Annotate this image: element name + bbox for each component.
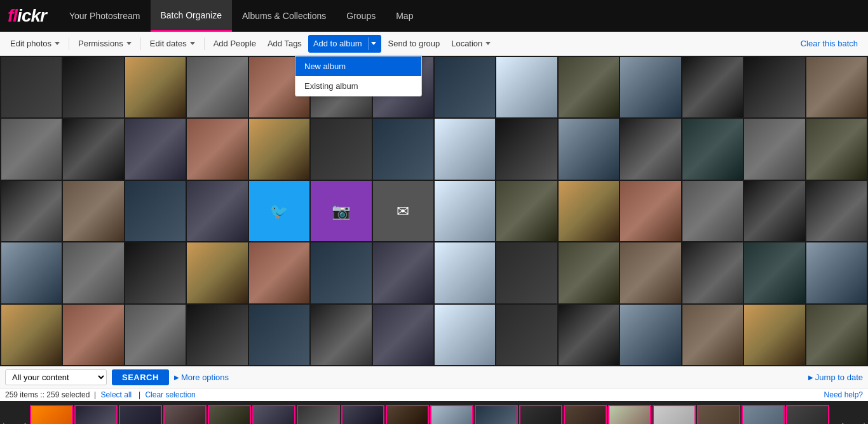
filmstrip-item[interactable] — [564, 405, 607, 424]
photo-cell[interactable] — [744, 57, 804, 117]
filmstrip-item[interactable] — [608, 405, 651, 424]
more-options-link[interactable]: ▶ More options — [174, 373, 229, 382]
photo-cell[interactable] — [373, 242, 433, 303]
photo-cell[interactable] — [373, 119, 433, 179]
location-button[interactable]: Location — [446, 36, 496, 51]
photo-cell[interactable] — [63, 305, 123, 365]
photo-cell[interactable] — [682, 181, 743, 241]
filmstrip-item[interactable] — [742, 405, 785, 424]
nav-map[interactable]: Map — [386, 0, 423, 32]
photo-cell[interactable] — [373, 305, 433, 365]
photo-cell[interactable] — [187, 57, 247, 117]
photo-cell[interactable] — [620, 305, 681, 365]
photo-cell[interactable]: 🐦 — [249, 181, 309, 241]
photo-cell[interactable] — [496, 181, 557, 241]
photo-cell[interactable] — [559, 119, 619, 179]
photo-cell[interactable] — [63, 57, 123, 117]
need-help-link[interactable]: Need help? — [824, 390, 863, 399]
photo-cell[interactable] — [806, 181, 867, 241]
filmstrip-prev-button[interactable]: ◀ — [13, 420, 30, 424]
photo-cell[interactable] — [187, 119, 247, 179]
add-to-album-button[interactable]: Add to album — [308, 35, 382, 53]
clear-batch-link[interactable]: Clear this batch — [796, 36, 863, 51]
photo-cell[interactable] — [435, 57, 495, 117]
photo-cell[interactable] — [620, 119, 681, 179]
photo-cell[interactable] — [744, 242, 804, 303]
filmstrip-item[interactable] — [786, 405, 829, 424]
photo-cell[interactable] — [620, 181, 681, 241]
photo-cell[interactable] — [1, 242, 62, 303]
clear-selection-link[interactable]: Clear selection — [145, 390, 195, 399]
filmstrip-item[interactable] — [208, 405, 251, 424]
content-filter-select[interactable]: All your content — [5, 369, 107, 385]
photo-cell[interactable] — [249, 119, 309, 179]
photo-cell[interactable] — [559, 57, 619, 117]
edit-dates-button[interactable]: Edit dates — [145, 36, 200, 51]
filmstrip-item[interactable] — [74, 405, 118, 424]
photo-cell[interactable] — [249, 305, 309, 365]
filmstrip-item[interactable] — [163, 405, 207, 424]
photo-cell[interactable] — [496, 242, 557, 303]
photo-cell[interactable] — [806, 305, 867, 365]
photo-cell[interactable] — [806, 242, 867, 303]
send-to-group-button[interactable]: Send to group — [383, 36, 445, 51]
add-tags-button[interactable]: Add Tags — [262, 36, 307, 51]
filmstrip-item[interactable] — [386, 405, 429, 424]
photo-cell[interactable] — [620, 242, 681, 303]
photo-cell[interactable] — [435, 242, 495, 303]
edit-photos-button[interactable]: Edit photos — [5, 36, 65, 51]
photo-cell[interactable] — [682, 305, 743, 365]
logo[interactable]: flickr — [8, 6, 46, 26]
permissions-button[interactable]: Permissions — [73, 36, 137, 51]
filmstrip-item[interactable] — [653, 405, 696, 424]
add-people-button[interactable]: Add People — [208, 36, 261, 51]
photo-cell[interactable] — [1, 181, 62, 241]
photo-cell[interactable] — [63, 242, 123, 303]
photo-cell[interactable] — [311, 119, 371, 179]
photo-cell[interactable] — [682, 57, 743, 117]
photo-cell[interactable] — [806, 119, 867, 179]
photo-cell[interactable] — [125, 57, 186, 117]
filmstrip-item[interactable] — [697, 405, 740, 424]
photo-cell[interactable] — [496, 119, 557, 179]
photo-cell[interactable] — [620, 57, 681, 117]
photo-cell[interactable] — [559, 242, 619, 303]
photo-cell[interactable] — [744, 181, 804, 241]
filmstrip-next-button[interactable]: ▶ — [838, 420, 855, 424]
filmstrip-item[interactable] — [519, 405, 562, 424]
nav-photostream[interactable]: Your Photostream — [59, 0, 151, 32]
photo-cell[interactable] — [187, 242, 247, 303]
existing-album-option[interactable]: Existing album — [295, 76, 421, 96]
photo-cell[interactable]: ✉ — [373, 181, 433, 241]
photo-cell[interactable] — [744, 119, 804, 179]
photo-cell[interactable] — [435, 119, 495, 179]
photo-cell[interactable] — [559, 305, 619, 365]
photo-cell[interactable] — [249, 242, 309, 303]
filmstrip-item[interactable] — [30, 405, 73, 424]
new-album-option[interactable]: New album — [295, 56, 421, 76]
filmstrip-item[interactable] — [341, 405, 384, 424]
photo-cell[interactable] — [806, 57, 867, 117]
select-all-link[interactable]: Select all — [101, 390, 132, 399]
filmstrip-item[interactable] — [119, 405, 162, 424]
photo-cell[interactable] — [63, 181, 123, 241]
filmstrip-item[interactable] — [297, 405, 340, 424]
filmstrip-item[interactable] — [475, 405, 518, 424]
photo-cell[interactable]: 📷 — [311, 181, 371, 241]
photo-cell[interactable] — [1, 119, 62, 179]
search-button[interactable]: SEARCH — [112, 369, 169, 385]
photo-cell[interactable] — [187, 181, 247, 241]
photo-cell[interactable] — [744, 305, 804, 365]
photo-cell[interactable] — [682, 242, 743, 303]
nav-batch-organize[interactable]: Batch Organize — [151, 0, 233, 32]
photo-cell[interactable] — [311, 305, 371, 365]
photo-cell[interactable] — [125, 242, 186, 303]
photo-cell[interactable] — [435, 181, 495, 241]
filmstrip-item[interactable] — [252, 405, 295, 424]
photo-cell[interactable] — [63, 119, 123, 179]
photo-cell[interactable] — [125, 181, 186, 241]
photo-cell[interactable] — [125, 119, 186, 179]
nav-groups[interactable]: Groups — [336, 0, 386, 32]
photo-cell[interactable] — [559, 181, 619, 241]
photo-cell[interactable] — [187, 305, 247, 365]
